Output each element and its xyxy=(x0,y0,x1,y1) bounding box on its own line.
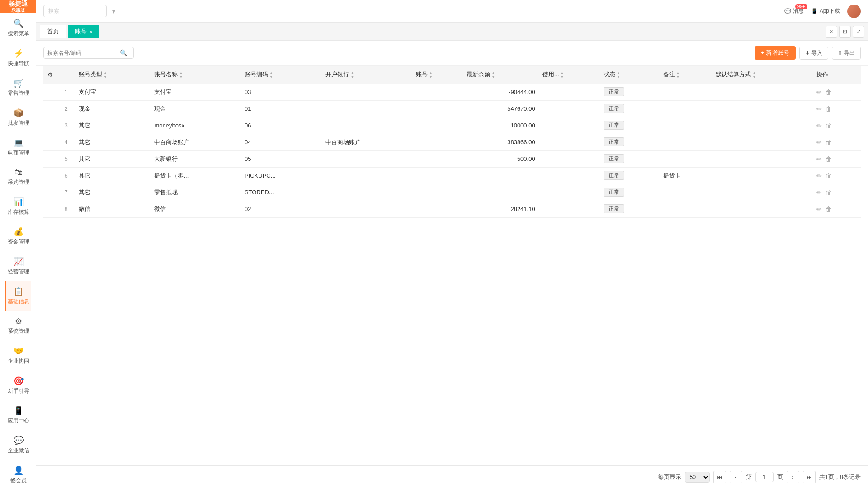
tab-close-btn[interactable]: × xyxy=(826,26,837,38)
edit-icon-6[interactable]: ✏ xyxy=(816,172,822,179)
edit-icon-2[interactable]: ✏ xyxy=(816,105,822,113)
edit-icon-4[interactable]: ✏ xyxy=(816,139,822,146)
td-name-6: 提货卡（零... xyxy=(151,167,241,184)
app-download-button[interactable]: 📱 App下载 xyxy=(811,7,840,15)
td-settings-3 xyxy=(43,117,57,134)
sidebar-item-system-mgmt[interactable]: ⚙ 系统管理 xyxy=(5,311,31,341)
td-code-4: 04 xyxy=(241,134,322,150)
th-name[interactable]: 账号名称▲▼ xyxy=(151,66,241,84)
td-usage-3 xyxy=(539,117,600,134)
sidebar-item-enterprise-wechat[interactable]: 💬 企业微信 xyxy=(5,430,31,460)
sidebar-item-member[interactable]: 👤 畅会员 xyxy=(5,460,31,488)
sidebar-item-purchase-mgmt[interactable]: 🛍 采购管理 xyxy=(5,162,31,192)
delete-icon-1[interactable]: 🗑 xyxy=(826,89,832,96)
edit-icon-5[interactable]: ✏ xyxy=(816,155,822,163)
td-remark-6: 提货卡 xyxy=(660,167,712,184)
th-status[interactable]: 状态▲▼ xyxy=(600,66,660,84)
first-page-btn[interactable]: ⏮ xyxy=(713,471,726,483)
th-balance[interactable]: 最新余额▲▼ xyxy=(463,66,538,84)
tab-restore-btn[interactable]: ⊡ xyxy=(839,26,851,38)
sidebar-icon-basic-info: 📋 xyxy=(14,286,24,296)
sidebar-item-quick-nav[interactable]: ⚡ 快捷导航 xyxy=(5,43,31,73)
search-box[interactable]: 🔍 xyxy=(43,47,134,59)
edit-icon-3[interactable]: ✏ xyxy=(816,122,822,129)
pagination-bar: 每页显示 50 10 20 100 ⏮ ‹ 第 页 › ⏭ 共1页，8条记录 xyxy=(36,465,868,488)
search-icon[interactable]: 🔍 xyxy=(120,49,127,56)
th-default-settle[interactable]: 默认结算方式▲▼ xyxy=(712,66,813,84)
td-settings-2 xyxy=(43,100,57,117)
sidebar-label-enterprise-wechat: 企业微信 xyxy=(8,447,29,455)
top-search-box[interactable]: 搜索 xyxy=(43,5,107,17)
sidebar-icon-purchase-mgmt: 🛍 xyxy=(14,168,23,177)
edit-icon-8[interactable]: ✏ xyxy=(816,206,822,213)
td-settings-1 xyxy=(43,84,57,100)
top-search-placeholder: 搜索 xyxy=(48,8,59,14)
th-account[interactable]: 账号▲▼ xyxy=(412,66,463,84)
toolbar-right: + 新增账号 ⬇ 导入 ⬆ 导出 xyxy=(755,46,861,60)
sidebar-item-ops-mgmt[interactable]: 📈 经营管理 xyxy=(5,251,31,281)
th-bank[interactable]: 开户银行▲▼ xyxy=(322,66,412,84)
add-account-button[interactable]: + 新增账号 xyxy=(755,46,796,60)
sidebar-label-member: 畅会员 xyxy=(10,477,27,484)
sidebar-label-retail-mgmt: 零售管理 xyxy=(8,89,29,97)
phone-icon: 📱 xyxy=(811,8,818,14)
sidebar-item-search-menu[interactable]: 🔍 搜索菜单 xyxy=(5,13,31,43)
td-account-8 xyxy=(412,201,463,217)
page-size-select[interactable]: 50 10 20 100 xyxy=(685,472,710,483)
sidebar-icon-quick-nav: ⚡ xyxy=(14,48,24,58)
sidebar-label-quick-nav: 快捷导航 xyxy=(8,60,29,67)
next-page-btn[interactable]: › xyxy=(787,471,799,483)
top-dropdown-icon[interactable]: ▾ xyxy=(112,8,115,15)
td-code-7: STORED... xyxy=(241,184,322,201)
export-button[interactable]: ⬆ 导出 xyxy=(832,47,861,60)
prev-page-btn[interactable]: ‹ xyxy=(730,471,742,483)
page-input[interactable] xyxy=(755,472,774,482)
td-index-7: 7 xyxy=(57,184,75,201)
th-remark[interactable]: 备注▲▼ xyxy=(660,66,712,84)
table-row: 2 现金 现金 01 547670.00 正常 ✏ 🗑 xyxy=(43,100,861,117)
sidebar-label-wholesale-mgmt: 批发管理 xyxy=(8,119,29,127)
delete-icon-7[interactable]: 🗑 xyxy=(826,189,832,196)
td-balance-5: 500.00 xyxy=(463,150,538,167)
delete-icon-4[interactable]: 🗑 xyxy=(826,139,832,146)
delete-icon-2[interactable]: 🗑 xyxy=(826,105,832,113)
sidebar-item-inventory[interactable]: 📊 库存核算 xyxy=(5,192,31,221)
sidebar-item-beginner-guide[interactable]: 🎯 新手引导 xyxy=(5,371,31,400)
avatar[interactable] xyxy=(847,5,861,18)
td-status-7: 正常 xyxy=(600,184,660,201)
messages-button[interactable]: 💬 消息 99+ xyxy=(784,7,804,15)
sidebar-item-basic-info[interactable]: 📋 基础信息 xyxy=(5,281,31,311)
th-code[interactable]: 账号编码▲▼ xyxy=(241,66,322,84)
table-row: 8 微信 微信 02 28241.10 正常 ✏ 🗑 xyxy=(43,201,861,217)
th-usage[interactable]: 使用...▲▼ xyxy=(539,66,600,84)
sidebar-icon-member: 👤 xyxy=(14,465,24,475)
td-default-settle-5 xyxy=(712,150,813,167)
sidebar-item-ecom-mgmt[interactable]: 💻 电商管理 xyxy=(5,132,31,162)
sidebar-item-enterprise-agreement[interactable]: 🤝 企业协同 xyxy=(5,341,31,371)
table-row: 1 支付宝 支付宝 03 -90444.00 正常 ✏ 🗑 xyxy=(43,84,861,100)
sidebar-item-wholesale-mgmt[interactable]: 📦 批发管理 xyxy=(5,103,31,132)
delete-icon-6[interactable]: 🗑 xyxy=(826,172,832,179)
tab-expand-btn[interactable]: ⤢ xyxy=(853,26,864,38)
delete-icon-5[interactable]: 🗑 xyxy=(826,155,832,163)
tab-home[interactable]: 首页 xyxy=(40,25,66,38)
th-settings[interactable]: ⚙ xyxy=(43,66,57,84)
table-row: 5 其它 大新银行 05 500.00 正常 ✏ 🗑 xyxy=(43,150,861,167)
tab-account[interactable]: 账号 × xyxy=(68,25,99,38)
edit-icon-7[interactable]: ✏ xyxy=(816,189,822,196)
delete-icon-3[interactable]: 🗑 xyxy=(826,122,832,129)
sidebar-item-app-center[interactable]: 📱 应用中心 xyxy=(5,400,31,430)
sidebar-item-finance-mgmt[interactable]: 💰 资金管理 xyxy=(5,221,31,251)
edit-icon-1[interactable]: ✏ xyxy=(816,89,822,96)
tab-account-close[interactable]: × xyxy=(90,29,92,34)
th-type[interactable]: 账号类型▲▼ xyxy=(75,66,151,84)
last-page-btn[interactable]: ⏭ xyxy=(803,471,816,483)
delete-icon-8[interactable]: 🗑 xyxy=(826,206,832,213)
search-input[interactable] xyxy=(47,50,120,56)
td-account-7 xyxy=(412,184,463,201)
td-index-4: 4 xyxy=(57,134,75,150)
td-account-4 xyxy=(412,134,463,150)
sidebar-item-retail-mgmt[interactable]: 🛒 零售管理 xyxy=(5,73,31,103)
import-button[interactable]: ⬇ 导入 xyxy=(799,47,828,60)
td-code-5: 05 xyxy=(241,150,322,167)
